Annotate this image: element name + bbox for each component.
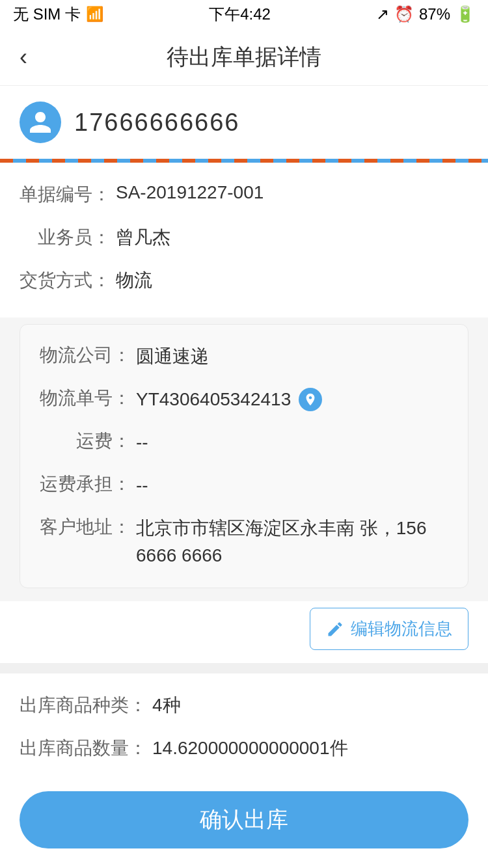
product-types-row: 出库商品种类： 4种 — [20, 693, 468, 718]
address-row: 客户地址： 北京市市辖区海淀区永丰南 张，156 6666 6666 — [40, 515, 448, 569]
freight-row: 运费： -- — [40, 429, 448, 456]
document-number-label: 单据编号： — [20, 182, 111, 207]
logistics-tracking-value-wrap: YT4306405342413 — [136, 386, 448, 413]
section-separator-1 — [0, 663, 488, 673]
page-title: 待出库单据详情 — [167, 42, 321, 72]
location-icon: ↗ — [376, 5, 389, 23]
product-quantity-value: 14.620000000000001件 — [152, 736, 348, 761]
location-pin-icon — [303, 392, 318, 407]
edit-logistics-button[interactable]: 编辑物流信息 — [310, 608, 468, 650]
status-time: 下午4:42 — [209, 4, 271, 25]
confirm-outbound-label: 确认出库 — [200, 805, 288, 835]
products-section: 出库商品种类： 4种 出库商品数量： 14.620000000000001件 — [0, 673, 488, 785]
phone-number: 17666666666 — [74, 109, 239, 137]
salesman-label: 业务员： — [20, 225, 111, 250]
status-bar: 无 SIM 卡 📶 下午4:42 ↗ ⏰ 87% 🔋 — [0, 0, 488, 29]
confirm-btn-wrap: 确认出库 — [0, 778, 488, 868]
document-number-row: 单据编号： SA-20191227-001 — [20, 182, 468, 207]
freight-bear-value: -- — [136, 472, 448, 499]
wifi-icon: 📶 — [86, 6, 103, 23]
confirm-outbound-button[interactable]: 确认出库 — [20, 791, 468, 848]
product-quantity-label: 出库商品数量： — [20, 736, 147, 761]
product-types-value: 4种 — [152, 693, 181, 718]
customer-phone-section: 17666666666 — [0, 86, 488, 159]
alarm-icon: ⏰ — [394, 5, 414, 23]
status-right: ↗ ⏰ 87% 🔋 — [376, 5, 475, 23]
edit-icon — [326, 620, 344, 638]
salesman-row: 业务员： 曾凡杰 — [20, 225, 468, 250]
delivery-method-value: 物流 — [116, 268, 468, 293]
logistics-company-value: 圆通速递 — [136, 343, 448, 370]
freight-label: 运费： — [40, 429, 131, 454]
freight-bear-row: 运费承担： -- — [40, 472, 448, 499]
logistics-company-label: 物流公司： — [40, 343, 131, 368]
product-types-label: 出库商品种类： — [20, 693, 147, 718]
logistics-tracking-row: 物流单号： YT4306405342413 — [40, 386, 448, 413]
document-number-value: SA-20191227-001 — [116, 182, 468, 203]
logistics-company-row: 物流公司： 圆通速递 — [40, 343, 448, 370]
status-left: 无 SIM 卡 📶 — [13, 4, 103, 25]
address-value: 北京市市辖区海淀区永丰南 张，156 6666 6666 — [136, 515, 448, 569]
carrier-label: 无 SIM 卡 — [13, 4, 81, 25]
delivery-method-row: 交货方式： 物流 — [20, 268, 468, 293]
edit-btn-row: 编辑物流信息 — [0, 601, 488, 663]
person-icon — [27, 109, 53, 135]
document-info-section: 单据编号： SA-20191227-001 业务员： 曾凡杰 交货方式： 物流 — [0, 163, 488, 318]
logistics-tracking-label: 物流单号： — [40, 386, 131, 411]
avatar — [20, 102, 61, 143]
battery-icon: 🔋 — [455, 5, 475, 23]
back-button[interactable]: ‹ — [20, 44, 59, 71]
freight-bear-label: 运费承担： — [40, 472, 131, 496]
salesman-value: 曾凡杰 — [116, 225, 468, 250]
product-quantity-row: 出库商品数量： 14.620000000000001件 — [20, 736, 468, 761]
edit-logistics-label: 编辑物流信息 — [351, 617, 452, 640]
logistics-card: 物流公司： 圆通速递 物流单号： YT4306405342413 运费： -- … — [20, 324, 468, 588]
battery-label: 87% — [419, 5, 450, 23]
address-label: 客户地址： — [40, 515, 131, 539]
location-pin-button[interactable] — [299, 388, 322, 411]
logistics-tracking-number: YT4306405342413 — [136, 386, 291, 413]
freight-value: -- — [136, 429, 448, 456]
nav-bar: ‹ 待出库单据详情 — [0, 29, 488, 86]
delivery-method-label: 交货方式： — [20, 268, 111, 293]
